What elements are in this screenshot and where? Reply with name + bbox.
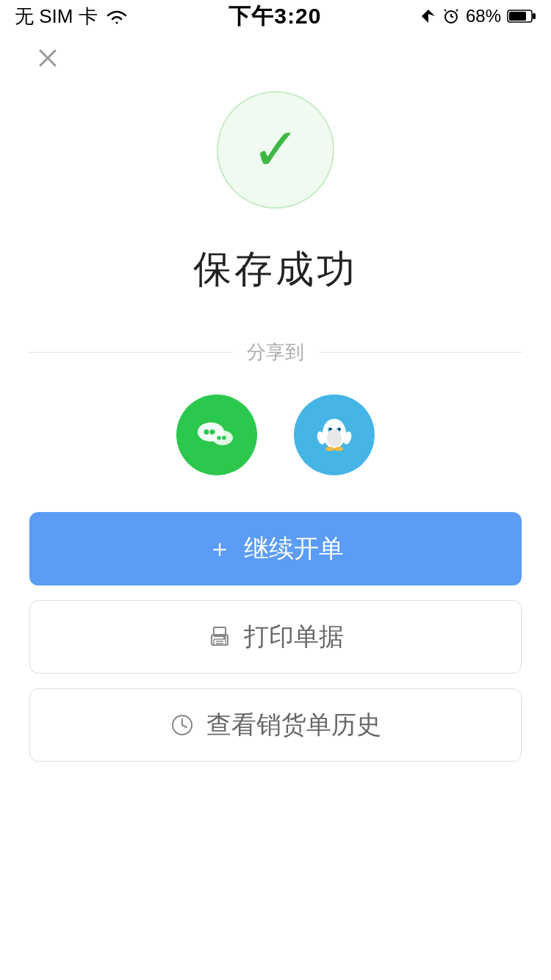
share-section: 分享到 [29, 339, 522, 475]
print-button[interactable]: 打印单据 [29, 600, 522, 674]
svg-point-32 [223, 636, 226, 639]
print-label: 打印单据 [244, 620, 344, 654]
plus-icon: ＋ [207, 532, 232, 566]
share-icons [29, 394, 522, 475]
battery-percent: 68% [466, 6, 501, 26]
close-button[interactable] [29, 40, 66, 76]
svg-point-22 [325, 447, 334, 451]
svg-point-14 [217, 436, 221, 440]
success-circle: ✓ [217, 91, 334, 209]
svg-line-4 [456, 10, 458, 11]
history-button[interactable]: 查看销货单历史 [29, 688, 522, 762]
svg-point-20 [339, 428, 341, 430]
history-label: 查看销货单历史 [206, 708, 381, 742]
svg-point-23 [334, 447, 343, 451]
no-sim-text: 无 SIM 卡 [15, 4, 98, 29]
svg-line-3 [444, 10, 446, 11]
svg-rect-6 [509, 12, 526, 21]
share-label: 分享到 [247, 339, 304, 365]
continue-button[interactable]: ＋ 继续开单 [29, 512, 522, 586]
printer-icon [207, 624, 232, 649]
battery-icon [507, 8, 536, 24]
status-time: 下午3:20 [228, 1, 321, 32]
status-right: 68% [420, 6, 536, 26]
qq-icon [311, 411, 358, 458]
action-buttons: ＋ 继续开单 打印单据 [29, 512, 522, 762]
svg-point-15 [222, 436, 226, 440]
clock-icon [170, 713, 195, 738]
alarm-icon [442, 7, 460, 25]
check-icon: ✓ [251, 120, 300, 179]
svg-point-26 [327, 429, 342, 447]
svg-rect-29 [214, 639, 226, 645]
qq-share-button[interactable] [294, 394, 375, 475]
svg-rect-7 [533, 13, 536, 19]
wifi-icon [104, 7, 130, 26]
wechat-icon [193, 411, 240, 458]
status-left: 无 SIM 卡 [15, 4, 130, 29]
svg-point-11 [204, 430, 209, 435]
share-divider: 分享到 [29, 339, 522, 365]
continue-label: 继续开单 [244, 532, 344, 566]
main-content: ✓ 保存成功 分享到 [0, 32, 551, 762]
status-bar: 无 SIM 卡 下午3:20 68% [0, 0, 551, 32]
location-icon [420, 8, 436, 24]
svg-line-35 [182, 725, 187, 727]
wechat-share-button[interactable] [176, 394, 257, 475]
success-title: 保存成功 [193, 244, 358, 295]
